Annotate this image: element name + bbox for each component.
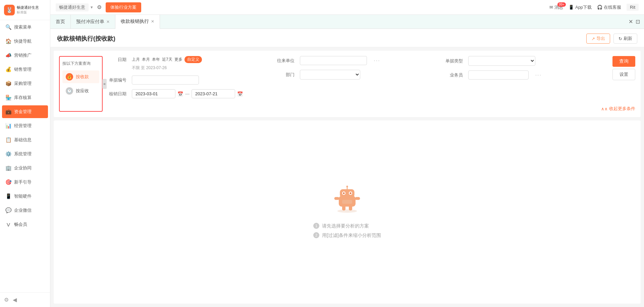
sidebar-collapse-icon[interactable]: ◀ [13,297,17,303]
tab-close-prepay[interactable]: ✕ [106,19,110,24]
sidebar-item-funds[interactable]: 💼 资金管理 [2,105,48,118]
marketing-icon: 📣 [5,52,11,58]
tip-num-1: 1 [313,223,319,229]
date-this-month[interactable]: 本月 [142,57,150,62]
staff-more-icon[interactable]: ··· [535,72,542,78]
sidebar-item-quick-nav[interactable]: 🏠 快捷导航 [0,34,50,48]
sidebar-logo: 🐰 畅捷通好生意 标准版 [0,0,50,20]
filter-row-doctype: 单据类型 [444,56,607,66]
sidebar-item-business[interactable]: 📊 经营管理 [0,119,50,133]
query-option-by-receivable[interactable]: 🕐 按应收 [62,85,99,97]
sidebar-item-inventory[interactable]: 🏪 库存核算 [0,91,50,105]
msg-icon: ✉ [549,5,553,10]
verify-date-start[interactable] [132,89,175,98]
chevron-down-icon[interactable]: ▾ [91,5,93,10]
svg-point-0 [337,209,357,213]
filter-row-dept: 部门 [276,70,439,80]
date-custom[interactable]: 自定义 [184,56,202,63]
service-icon: 🎧 [597,5,602,10]
header-logo-area: 畅捷通好生意 ▾ [56,3,93,11]
tip-item-1: 1 请先选择要分析的方案 [313,221,381,231]
header-gear-icon[interactable]: ⚙ [97,4,102,10]
header-app-btn[interactable]: 📱 App下载 [569,4,592,10]
query-option-by-receipt[interactable]: 💰 按收款 [62,70,99,83]
query-panel: 按以下方案查询 💰 按收款 🕐 按应收 « [59,56,103,112]
date-prev-month[interactable]: 上月 [132,57,140,62]
search-icon: 🔍 [5,24,11,30]
page-header: 收款核销执行(按收款) ↗ 导出 ↻ 刷新 [50,29,644,47]
main-area: 畅捷通好生意 ▾ ⚙ 体验行业方案 ✉ 消息 99+ 📱 App下载 🎧 在线客… [50,0,644,307]
sidebar-item-marketing[interactable]: 📣 营销推广 [0,48,50,62]
header-brand: 畅捷通好生意 [56,3,89,11]
action-buttons: 查询 设置 [612,56,635,80]
top-header: 畅捷通好生意 ▾ ⚙ 体验行业方案 ✉ 消息 99+ 📱 App下载 🎧 在线客… [50,0,644,15]
date-7days[interactable]: 近7天 [162,57,172,62]
sidebar-item-beginner[interactable]: 🎯 新手引导 [0,175,50,189]
industry-btn[interactable]: 体验行业方案 [106,2,141,12]
tip-item-2: 2 用[过滤]条件来缩小分析范围 [313,231,381,240]
tab-bar: 首页 预付冲应付单 ✕ 收款核销执行 ✕ ✕ ⊡ [50,15,644,29]
verify-date-end[interactable] [192,89,235,98]
tab-home[interactable]: 首页 [50,15,71,29]
empty-tips: 1 请先选择要分析的方案 2 用[过滤]条件来缩小分析范围 [313,221,381,240]
verify-date-label: 核销日期 [108,91,126,97]
sidebar-item-smart-hw[interactable]: 📱 智能硬件 [0,189,50,203]
doctype-label: 单据类型 [444,58,463,64]
docno-label: 单据编号 [108,77,126,83]
refresh-button[interactable]: ↻ 刷新 [613,34,637,44]
funds-icon: 💼 [5,109,11,115]
sidebar-bottom: ⚙ ◀ [0,292,50,307]
tab-receipt[interactable]: 收款核销执行 ✕ [115,15,160,29]
sidebar-item-sales[interactable]: 💰 销售管理 [0,62,50,76]
doctype-select[interactable] [468,56,535,66]
dept-select[interactable] [300,70,360,80]
collapse-more-btn[interactable]: ∧∧ 收起更多条件 [601,106,635,112]
app-icon: 📱 [569,5,574,10]
sidebar-item-enterprise[interactable]: 🏢 企业协同 [0,161,50,175]
verify-date-end-cal-icon[interactable]: 📅 [237,91,243,97]
close-window-icon[interactable]: ✕ [629,18,633,25]
verify-date-start-cal-icon[interactable]: 📅 [177,91,183,97]
sidebar-settings-icon[interactable]: ⚙ [4,297,9,303]
sidebar-item-purchase[interactable]: 📦 采购管理 [0,76,50,91]
maximize-window-icon[interactable]: ⊡ [636,18,640,25]
receivable-option-icon: 🕐 [66,87,73,95]
system-icon: ⚙️ [5,151,11,157]
tab-close-receipt[interactable]: ✕ [151,19,154,24]
sidebar-item-search[interactable]: 🔍 搜索菜单 [0,20,50,34]
sidebar-item-basic-info[interactable]: 📋 基础信息 [0,133,50,147]
header-service-btn[interactable]: 🎧 在线客服 [597,4,621,10]
page-body: 收款核销执行(按收款) ↗ 导出 ↻ 刷新 按以下方案查询 💰 按收款 [50,29,644,307]
wechat-icon: 💬 [5,207,11,213]
vip-icon: V [5,222,11,227]
panel-collapse-btn[interactable]: « [102,79,107,89]
counterpart-more-icon[interactable]: ··· [374,58,380,64]
filter-settings-button[interactable]: 设置 [612,69,635,80]
tip-num-2: 2 [313,232,319,238]
query-button[interactable]: 查询 [612,56,635,67]
sidebar-item-vip[interactable]: V 畅会员 [0,217,50,232]
date-controls: 上月 本月 本年 近7天 更多 自定义 [132,56,202,63]
staff-input[interactable] [468,70,529,80]
header-user: Rit [627,4,639,11]
logo-text: 畅捷通好生意 标准版 [17,5,39,14]
logo-icon: 🐰 [4,5,15,15]
date-this-year[interactable]: 本年 [152,57,160,62]
svg-rect-5 [355,197,360,200]
svg-rect-4 [334,197,339,200]
docno-input[interactable] [132,75,199,85]
sidebar-item-wechat[interactable]: 💬 企业微信 [0,203,50,217]
filter-row-counterpart: 往来单位 ··· [276,56,439,65]
export-button[interactable]: ↗ 导出 [586,34,610,44]
empty-state: 1 请先选择要分析的方案 2 用[过滤]条件来缩小分析范围 [54,120,641,304]
sidebar: 🐰 畅捷通好生意 标准版 🔍 搜索菜单 🏠 快捷导航 📣 营销推广 💰 销售管理… [0,0,50,307]
sidebar-item-system[interactable]: ⚙️ 系统管理 [0,147,50,161]
tab-window-controls: ✕ ⊡ [625,18,644,25]
counterpart-input[interactable] [300,56,367,65]
header-msg-btn[interactable]: ✉ 消息 99+ [549,4,563,10]
svg-point-9 [343,192,345,194]
staff-label: 业务员 [444,72,463,78]
date-more[interactable]: 更多 [174,57,182,62]
filter-row-date-no-limit: 不限 至 2023-07-26 [108,65,271,71]
tab-prepay[interactable]: 预付冲应付单 ✕ [71,15,115,29]
